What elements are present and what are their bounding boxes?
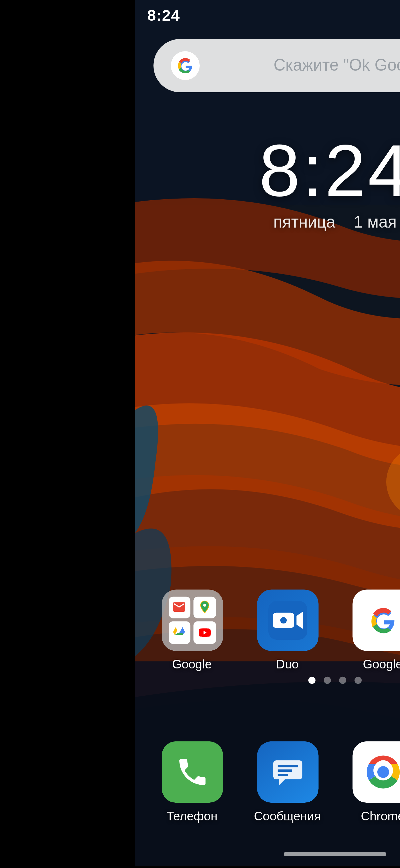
- page-dot-4[interactable]: [354, 677, 362, 684]
- clock-date-label: 1 мая: [354, 213, 397, 230]
- svg-marker-18: [279, 779, 284, 785]
- app-chrome[interactable]: Chrome: [344, 741, 400, 823]
- app-google[interactable]: Google: [344, 589, 400, 672]
- page-dot-2[interactable]: [324, 677, 331, 684]
- google-icon: [352, 589, 400, 651]
- google-folder-icon: [161, 589, 223, 651]
- phone-screen: 8:24 ⬛ 📳 4G 16: [135, 0, 400, 866]
- app-grid: Google Duo: [135, 589, 400, 672]
- google-folder-label: Google: [172, 657, 212, 672]
- messages-label: Сообщения: [254, 809, 321, 823]
- phone-app-icon: [161, 741, 223, 802]
- svg-point-13: [280, 617, 286, 623]
- messages-app-icon: [257, 741, 318, 802]
- phone-label: Телефон: [166, 809, 217, 823]
- svg-point-24: [377, 766, 388, 777]
- chrome-label: Chrome: [361, 809, 400, 823]
- clock-date: пятница 1 мая: [273, 213, 397, 231]
- page-dot-3[interactable]: [339, 677, 346, 684]
- clock-day: пятница: [273, 213, 335, 230]
- svg-point-8: [171, 51, 200, 80]
- dock: Телефон Сообщения: [135, 741, 400, 823]
- clock-time: 8:24: [259, 133, 400, 207]
- status-time: 8:24: [147, 6, 180, 23]
- page-dots: [135, 677, 400, 684]
- app-messages[interactable]: Сообщения: [249, 741, 326, 823]
- duo-icon: [257, 589, 318, 651]
- google-g-logo: [170, 50, 201, 81]
- chrome-app-icon: [352, 741, 400, 802]
- status-bar: 8:24 ⬛ 📳 4G 16: [135, 0, 400, 29]
- search-bar[interactable]: G G Скажите "Ok Google": [153, 39, 400, 92]
- search-placeholder: Скажите "Ok Google": [246, 56, 400, 75]
- duo-label: Duo: [276, 657, 299, 672]
- page-dot-1[interactable]: [308, 677, 316, 684]
- google-app-label: Google: [363, 657, 400, 672]
- app-duo[interactable]: Duo: [249, 589, 326, 672]
- app-google-folder[interactable]: Google: [153, 589, 230, 672]
- clock-area: 8:24 пятница 1 мая: [135, 133, 400, 231]
- app-phone[interactable]: Телефон: [153, 741, 230, 823]
- home-indicator[interactable]: [284, 852, 386, 856]
